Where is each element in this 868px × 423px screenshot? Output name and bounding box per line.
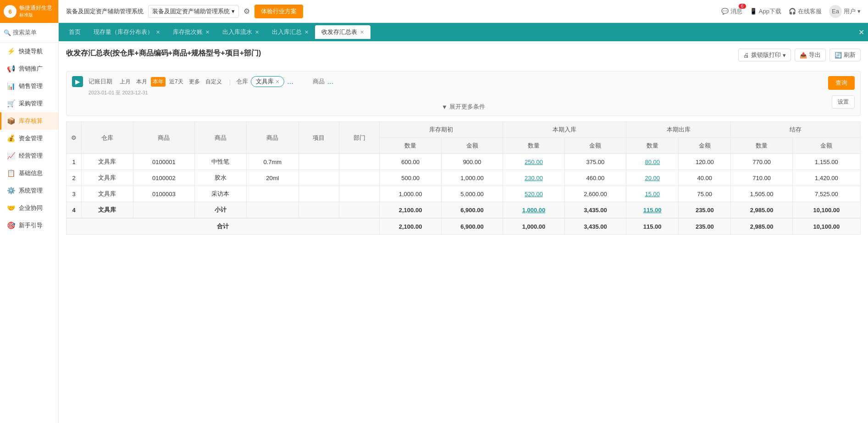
chevron-down-icon: ▾ — [783, 52, 786, 59]
footer-label: 合计 — [66, 218, 380, 235]
sidebar-logo: 6 畅捷通好生意 标准版 — [0, 0, 58, 23]
row-in-amt: 460.00 — [564, 170, 626, 186]
tab-inventory-dist[interactable]: 现存量（库存分布表） ✕ — [87, 25, 166, 39]
sidebar-item-basic-info[interactable]: 📋 基础信息 — [0, 165, 58, 182]
row-project — [299, 202, 339, 219]
warehouse-label: 仓库 — [236, 77, 248, 86]
row-out-qty[interactable]: 15.00 — [626, 186, 679, 202]
filter-bar: ▶ 记账日期 上月 本月 本年 近7天 更多 自定义 | 仓库 文具库 × — [66, 71, 861, 116]
sidebar-item-collab[interactable]: 🤝 企业协同 — [0, 199, 58, 217]
row-in-qty[interactable]: 250.00 — [503, 154, 564, 170]
expand-conditions-button[interactable]: ▼ 展开更多条件 — [442, 103, 485, 111]
tab-close-icon[interactable]: ✕ — [205, 29, 210, 35]
sidebar-item-inventory[interactable]: 📦 库存核算 — [0, 112, 58, 130]
row-dept — [339, 186, 380, 202]
refresh-button[interactable]: 🔄 刷新 — [829, 49, 861, 61]
sidebar-item-newuser[interactable]: 🎯 新手引导 — [0, 217, 58, 234]
app-download-button[interactable]: 📱 App下载 — [750, 7, 781, 16]
preset-last-month[interactable]: 上月 — [118, 77, 133, 87]
preset-this-month[interactable]: 本月 — [134, 77, 149, 87]
purchase-icon: 🛒 — [7, 99, 15, 108]
col-settings-header[interactable]: ⚙ — [66, 122, 82, 154]
phone-icon: 📱 — [750, 8, 757, 15]
tab-close-icon[interactable]: ✕ — [360, 29, 364, 35]
preset-more[interactable]: 更多 — [187, 77, 202, 87]
sidebar-item-finance[interactable]: 💰 资金管理 — [0, 130, 58, 147]
tab-close-icon[interactable]: ✕ — [156, 29, 160, 35]
try-industry-button[interactable]: 体验行业方案 — [254, 5, 303, 18]
row-in-qty[interactable]: 230.00 — [503, 170, 564, 186]
row-no: 2 — [66, 170, 82, 186]
row-name: 中性笔 — [195, 154, 247, 170]
row-out-qty[interactable]: 80.00 — [626, 154, 679, 170]
preset-7days[interactable]: 近7天 — [167, 77, 185, 87]
settings-button[interactable]: 设置 — [832, 95, 855, 109]
row-open-amt: 5,000.00 — [441, 186, 503, 202]
row-in-amt: 375.00 — [564, 154, 626, 170]
row-no: 1 — [66, 154, 82, 170]
topbar: 装备及固定资产辅助管理系统 装备及固定资产辅助管理系统 ▾ ⚙ 体验行业方案 💬… — [59, 0, 868, 23]
preset-custom[interactable]: 自定义 — [204, 77, 224, 87]
row-in-qty[interactable]: 1,000.00 — [503, 202, 564, 219]
row-open-qty: 600.00 — [380, 154, 441, 170]
search-icon: 🔍 — [4, 29, 11, 36]
sidebar-item-operations[interactable]: 📈 经营管理 — [0, 147, 58, 165]
tab-summary[interactable]: 出入库汇总 ✕ — [265, 25, 315, 39]
preset-this-year[interactable]: 本年 — [151, 77, 166, 87]
tab-recv-send-summary[interactable]: 收发存汇总表 ✕ — [315, 25, 370, 39]
tab-batch[interactable]: 库存批次账 ✕ — [166, 25, 216, 39]
row-spec — [246, 186, 299, 202]
tab-flow[interactable]: 出入库流水 ✕ — [216, 25, 265, 39]
row-in-qty[interactable]: 520.00 — [503, 186, 564, 202]
row-open-amt: 1,000.00 — [441, 170, 503, 186]
goods-more-dots[interactable]: ... — [327, 77, 333, 86]
tab-home[interactable]: 首页 — [62, 25, 87, 39]
sidebar-item-sales[interactable]: 📊 销售管理 — [0, 77, 58, 95]
row-bal-qty: 770.00 — [731, 154, 792, 170]
row-dept — [339, 154, 380, 170]
column-settings-icon[interactable]: ⚙ — [71, 134, 77, 141]
export-button[interactable]: 📤 导出 — [795, 49, 826, 61]
date-presets: 上月 本月 本年 近7天 更多 自定义 — [118, 77, 224, 87]
data-table: ⚙ 仓库 商品 商品 商品 项目 部门 库存期初 本期入库 本期出库 结存 — [66, 121, 861, 235]
sidebar-item-purchase[interactable]: 🛒 采购管理 — [0, 95, 58, 112]
warehouse-tag-close[interactable]: × — [276, 78, 279, 85]
newuser-icon: 🎯 — [7, 221, 15, 230]
user-button[interactable]: Ea 用户 ▾ — [829, 5, 861, 18]
row-out-qty[interactable]: 115.00 — [626, 202, 679, 219]
row-out-amt: 235.00 — [679, 202, 731, 219]
query-button[interactable]: 查询 — [828, 76, 855, 90]
message-button[interactable]: 💬 消息 6 — [721, 7, 742, 16]
warehouse-more-dots[interactable]: ... — [287, 77, 293, 86]
gear-icon[interactable]: ⚙ — [243, 7, 250, 16]
footer-in-amt: 3,435.00 — [564, 218, 626, 235]
date-range-text: 2023-01-01 至 2023-12-31 — [88, 90, 148, 95]
tab-close-icon[interactable]: ✕ — [255, 29, 259, 35]
sidebar-item-system[interactable]: ⚙️ 系统管理 — [0, 182, 58, 199]
col-in-amt: 金额 — [564, 138, 626, 154]
row-out-qty[interactable]: 20.00 — [626, 170, 679, 186]
tabbar: 首页 现存量（库存分布表） ✕ 库存批次账 ✕ 出入库流水 ✕ 出入库汇总 ✕ … — [59, 23, 868, 41]
row-code — [133, 202, 194, 219]
search-menu-button[interactable]: 🔍 搜索菜单 — [4, 27, 55, 38]
row-spec: 20ml — [246, 170, 299, 186]
filter-toggle-button[interactable]: ▶ — [72, 76, 83, 87]
finance-icon: 💰 — [7, 134, 15, 143]
collab-icon: 🤝 — [7, 204, 15, 212]
col-opening-group: 库存期初 — [380, 122, 503, 138]
row-name: 采访本 — [195, 186, 247, 202]
sidebar-search[interactable]: 🔍 搜索菜单 — [0, 23, 58, 43]
online-service-button[interactable]: 🎧 在线客服 — [789, 7, 822, 16]
row-in-amt: 3,435.00 — [564, 202, 626, 219]
inventory-icon: 📦 — [7, 117, 15, 125]
sidebar-item-marketing[interactable]: 📢 营销推广 — [0, 60, 58, 77]
system-selector[interactable]: 装备及固定资产辅助管理系统 ▾ — [148, 5, 239, 18]
print-button[interactable]: 🖨 拨锁版打印 ▾ — [738, 49, 791, 61]
sidebar-item-quick-nav[interactable]: ⚡ 快捷导航 — [0, 43, 58, 60]
chevron-down-icon: ▾ — [232, 8, 235, 15]
operations-icon: 📈 — [7, 152, 15, 160]
close-window-icon[interactable]: ✕ — [858, 28, 864, 37]
page-content: 收发存汇总表(按仓库+商品编码+商品+规格型号+项目+部门) 🖨 拨锁版打印 ▾… — [59, 41, 868, 423]
col-open-qty: 数量 — [380, 138, 441, 154]
tab-close-icon[interactable]: ✕ — [304, 29, 309, 35]
